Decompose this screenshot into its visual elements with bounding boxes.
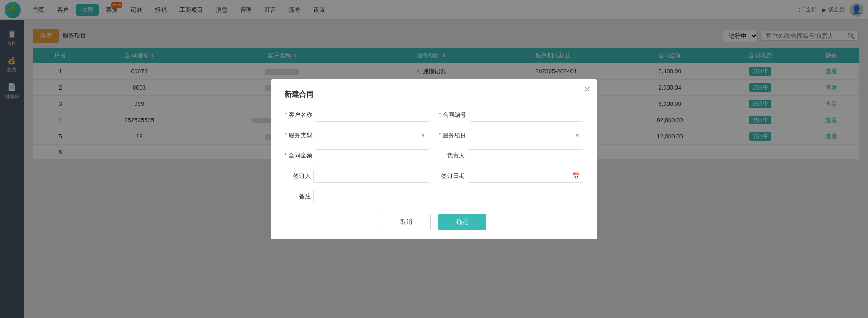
responsible-input[interactable]: [468, 149, 583, 162]
sign-date-label: 签订日期: [439, 172, 465, 180]
amount-input[interactable]: 0.00: [315, 149, 429, 162]
service-item-select[interactable]: [469, 129, 583, 142]
service-item-select-wrap: ▼: [469, 129, 583, 142]
signer-label: 签订人: [285, 172, 311, 180]
sign-date-wrap: 2023-06-06 📅: [468, 170, 583, 183]
form-row-2: 服务类型 ▼ 服务项目 ▼: [285, 129, 583, 142]
responsible-label: 负责人: [439, 152, 465, 160]
form-group-amount: 合同金额 0.00: [285, 149, 429, 162]
form-group-sign-date: 签订日期 2023-06-06 📅: [439, 170, 583, 183]
service-item-label: 服务项目: [439, 131, 466, 139]
form-row-5: 备注: [285, 190, 583, 203]
modal-title: 新建合同: [285, 90, 583, 100]
customer-label: 客户名称: [285, 111, 312, 119]
form-group-customer: 客户名称: [285, 109, 429, 122]
form-group-signer: 签订人: [285, 170, 429, 183]
confirm-button[interactable]: 确定: [438, 214, 486, 230]
sign-date-input[interactable]: 2023-06-06: [468, 170, 583, 183]
contract-no-input[interactable]: [469, 109, 583, 122]
form-group-contract-no: 合同编号: [439, 109, 583, 122]
modal-overlay: ✕ 新建合同 客户名称 合同编号 服务类型 ▼: [0, 0, 868, 318]
amount-label: 合同金额: [285, 152, 312, 160]
customer-input[interactable]: [315, 109, 429, 122]
form-group-responsible: 负责人: [439, 149, 583, 162]
form-row-3: 合同金额 0.00 负责人: [285, 149, 583, 162]
form-group-remark: 备注: [285, 190, 583, 203]
modal-footer: 取消 确定: [285, 214, 583, 230]
new-contract-modal: ✕ 新建合同 客户名称 合同编号 服务类型 ▼: [271, 79, 597, 239]
remark-label: 备注: [285, 192, 311, 200]
form-group-service-item: 服务项目 ▼: [439, 129, 583, 142]
service-type-label: 服务类型: [285, 131, 312, 139]
modal-close-button[interactable]: ✕: [584, 85, 591, 95]
cancel-button[interactable]: 取消: [382, 214, 431, 230]
remark-input[interactable]: [313, 190, 583, 203]
service-type-select-wrap: ▼: [315, 129, 429, 142]
form-group-service-type: 服务类型 ▼: [285, 129, 429, 142]
signer-input[interactable]: [313, 170, 429, 183]
form-row-4: 签订人 签订日期 2023-06-06 📅: [285, 170, 583, 183]
contract-no-label: 合同编号: [439, 111, 466, 119]
service-type-select[interactable]: [315, 129, 429, 142]
form-row-1: 客户名称 合同编号: [285, 109, 583, 122]
